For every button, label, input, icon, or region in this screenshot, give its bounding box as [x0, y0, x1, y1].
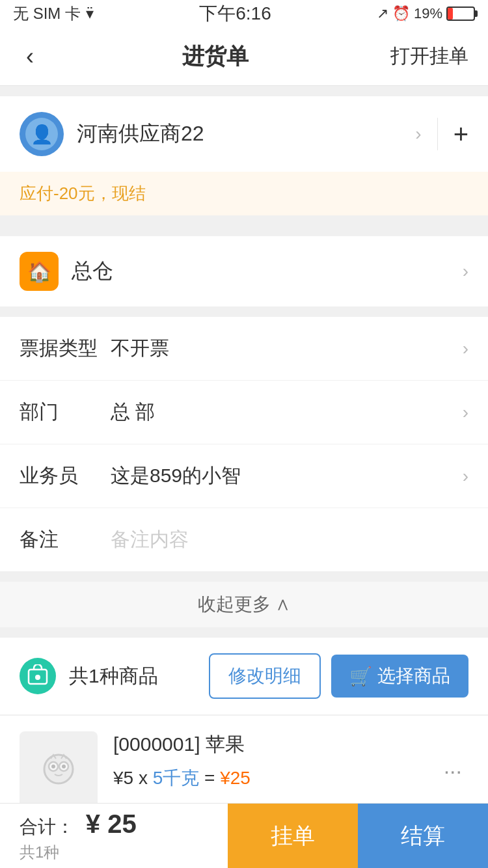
product-count-text: 共1种商品: [69, 663, 209, 690]
department-label: 部门: [20, 399, 98, 426]
warehouse-icon: 🏠: [20, 252, 59, 291]
bottom-bar: 合计： ¥ 25 共1种 挂单 结算: [0, 803, 488, 868]
svg-point-1: [35, 675, 40, 680]
supplier-avatar: 👤: [20, 112, 64, 156]
status-bar: 无 SIM 卡 ▾̈ 下午6:16 ↗ ⏰ 19%: [0, 0, 488, 27]
total-amount: ¥ 25: [86, 809, 137, 838]
department-value: 总 部: [98, 399, 463, 426]
product-header: 共1种商品 修改明细 🛒 选择商品: [0, 638, 488, 714]
form-row-remark[interactable]: 备注 备注内容: [0, 508, 488, 571]
svg-point-2: [44, 755, 73, 783]
warehouse-section[interactable]: 🏠 总仓 ›: [0, 236, 488, 306]
supplier-divider: [437, 118, 438, 150]
form-section: 票据类型 不开票 › 部门 总 部 › 业务员 这是859的小智 › 备注 备注…: [0, 317, 488, 571]
select-product-label: 选择商品: [377, 664, 450, 688]
cart-icon: 🛒: [349, 666, 372, 687]
product-price: ¥5 x 5千克 = ¥25: [113, 766, 437, 791]
checkout-button[interactable]: 结算: [358, 804, 488, 869]
form-row-invoice[interactable]: 票据类型 不开票 ›: [0, 317, 488, 381]
alarm-icon: ⏰: [392, 5, 410, 22]
status-right: ↗ ⏰ 19%: [377, 5, 475, 22]
product-thumbnail: [20, 731, 98, 809]
warehouse-chevron-icon: ›: [463, 261, 468, 282]
time-display: 下午6:16: [199, 1, 271, 26]
back-button[interactable]: ‹: [20, 36, 40, 77]
product-more-button[interactable]: ···: [437, 752, 468, 790]
remark-placeholder: 备注内容: [98, 526, 468, 553]
form-row-department[interactable]: 部门 总 部 ›: [0, 381, 488, 444]
product-total: ¥25: [220, 768, 251, 788]
collapse-button[interactable]: 收起更多 ∧: [0, 582, 488, 627]
svg-point-6: [62, 765, 66, 768]
supplier-chevron-icon: ›: [415, 124, 421, 144]
product-info: [0000001] 苹果 ¥5 x 5千克 = ¥25: [113, 731, 437, 791]
edit-detail-button[interactable]: 修改明细: [209, 653, 321, 699]
warehouse-name: 总仓: [72, 257, 463, 286]
remark-label: 备注: [20, 526, 98, 553]
product-count-icon: [20, 658, 56, 694]
total-count: 共1种: [20, 842, 208, 863]
location-icon: ↗: [377, 5, 388, 22]
supplier-avatar-inner: 👤: [25, 118, 58, 150]
salesperson-label: 业务员: [20, 463, 98, 489]
product-name: [0000001] 苹果: [113, 731, 437, 758]
product-code: [0000001]: [113, 733, 200, 755]
notice-banner: 应付-20元，现结: [0, 172, 488, 215]
nav-bar: ‹ 进货单 打开挂单: [0, 27, 488, 86]
salesperson-chevron-icon: ›: [463, 466, 468, 487]
carrier-text: 无 SIM 卡: [13, 3, 81, 24]
salesperson-value: 这是859的小智: [98, 463, 463, 489]
total-section: 合计： ¥ 25 共1种: [0, 809, 228, 863]
invoice-value: 不开票: [98, 335, 463, 362]
page-title: 进货单: [182, 42, 249, 72]
product-title: 苹果: [206, 733, 245, 755]
pending-button[interactable]: 挂单: [228, 804, 358, 869]
total-label: 合计：: [20, 817, 74, 837]
battery-icon: [446, 7, 475, 21]
open-pending-button[interactable]: 打开挂单: [390, 43, 468, 70]
product-quantity: 5千克: [153, 768, 200, 788]
status-left: 无 SIM 卡 ▾̈: [13, 3, 94, 24]
divider-2: [0, 215, 488, 226]
invoice-label: 票据类型: [20, 335, 98, 362]
form-row-salesperson[interactable]: 业务员 这是859的小智 ›: [0, 444, 488, 508]
select-product-button[interactable]: 🛒 选择商品: [331, 655, 468, 698]
wifi-icon: ▾̈: [86, 5, 94, 23]
divider-1: [0, 86, 488, 96]
svg-point-5: [51, 765, 55, 768]
product-unit-price: ¥5: [113, 768, 133, 788]
supplier-name[interactable]: 河南供应商22: [77, 120, 415, 148]
battery-percent: 19%: [414, 5, 442, 22]
supplier-section: 👤 河南供应商22 › +: [0, 96, 488, 172]
add-supplier-button[interactable]: +: [454, 120, 468, 149]
invoice-chevron-icon: ›: [463, 338, 468, 359]
department-chevron-icon: ›: [463, 402, 468, 423]
